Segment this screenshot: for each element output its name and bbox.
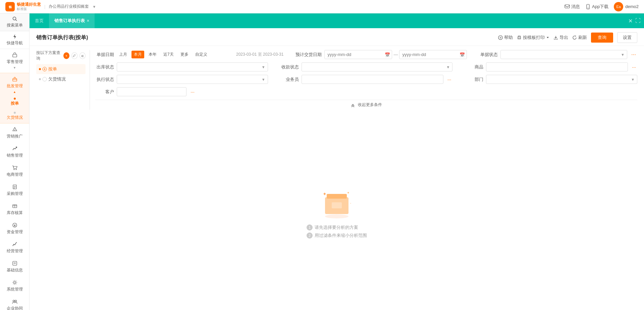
product-input[interactable] — [486, 62, 628, 71]
sidebar-item-basic-info[interactable]: 基础信息 — [0, 257, 29, 276]
department-select[interactable] — [486, 75, 637, 84]
operations-label: 经营管理 — [7, 248, 23, 254]
add-scheme-btn[interactable]: + — [63, 52, 69, 59]
refresh-button[interactable]: 刷新 — [572, 35, 587, 41]
collapse-bar[interactable]: 收起更多条件 — [95, 100, 637, 110]
lightning-icon — [12, 34, 17, 39]
forecast-date-from[interactable] — [324, 50, 392, 59]
header-left: 畅 畅捷通好生意 标准版 | 办公用品行业模拟账套 ▼ — [5, 2, 96, 11]
customer-input[interactable] — [117, 87, 186, 96]
edit-scheme-btn[interactable] — [71, 52, 77, 59]
date-btn-year[interactable]: 本年 — [146, 51, 159, 58]
sidebar-item-marketing[interactable]: 营销推广 — [0, 123, 29, 143]
page-actions: ? 帮助 按模板打印 — [498, 32, 637, 43]
sidebar-item-quick-nav[interactable]: 快捷导航 — [0, 31, 29, 49]
tab-close-btn[interactable]: × — [87, 18, 89, 23]
date-btn-current-month[interactable]: 本月 — [131, 51, 144, 58]
date-btn-more[interactable]: 更多 — [178, 51, 191, 58]
ecommerce-icon — [12, 165, 17, 170]
export-button[interactable]: 导出 — [553, 35, 568, 41]
refresh-label: 刷新 — [578, 35, 587, 41]
sidebar-item-ecommerce[interactable]: 电商管理 — [0, 162, 29, 181]
forecast-date-range: 📅 — 📅 — [324, 50, 467, 59]
sub-order-dot — [14, 98, 16, 100]
query-button[interactable]: 查询 — [591, 33, 613, 43]
page-title: 销售订单执行表(按单) — [36, 34, 88, 41]
breadcrumb-dropdown[interactable]: ▼ — [92, 5, 96, 9]
user-avatar-text: Ea — [616, 5, 621, 9]
scheme-item-order[interactable]: 按单 — [36, 64, 86, 74]
user-menu[interactable]: Ea demo2 — [614, 2, 639, 11]
page-header: 销售订单执行表(按单) ? 帮助 — [30, 28, 644, 46]
user-avatar: Ea — [614, 2, 623, 11]
print-button[interactable]: 按模板打印 — [517, 35, 549, 41]
salesperson-more-dots[interactable]: ··· — [446, 77, 453, 82]
svg-rect-8 — [13, 54, 17, 57]
sales-label: 销售管理 — [7, 153, 23, 158]
delivery-select[interactable] — [117, 62, 268, 71]
wholesale-arrow: ▲ — [13, 90, 16, 94]
user-name: demo2 — [625, 4, 639, 9]
sidebar-item-retail[interactable]: 零售管理 ▼ — [0, 49, 29, 73]
sidebar-item-system[interactable]: 系统管理 — [0, 276, 29, 296]
svg-point-13 — [13, 169, 14, 170]
execution-select[interactable] — [117, 75, 268, 84]
status-label: 单据状态 — [479, 52, 498, 58]
sidebar-item-operations[interactable]: 经营管理 — [0, 238, 29, 257]
status-field: 单据状态 ▼ ⋯ — [479, 50, 637, 59]
sidebar-item-search-menu[interactable]: 搜索菜单 — [0, 13, 29, 31]
basic-info-icon — [12, 261, 17, 266]
system-label: 系统管理 — [7, 287, 23, 292]
tab-sales-order[interactable]: 销售订单执行表 × — [49, 13, 95, 28]
help-button[interactable]: ? 帮助 — [498, 35, 513, 41]
filter-sidebar: 按以下方案查询 + « — [36, 50, 90, 110]
app-download-label: App下载 — [592, 4, 608, 10]
svg-marker-44 — [575, 36, 576, 37]
product-more-dots[interactable]: ··· — [631, 64, 637, 70]
empty-hint-2-text: 用过滤条件来缩小分析范围 — [315, 232, 367, 239]
execution-select-wrapper: ▼ — [117, 75, 268, 84]
svg-point-27 — [14, 281, 16, 283]
date-btn-last-month[interactable]: 上月 — [117, 51, 129, 58]
settings-button[interactable]: 设置 — [617, 32, 637, 43]
empty-state: ✦ ✦ • 1 请先选择要分析的方案 2 用过滤条件来缩小分析范围 — [30, 114, 644, 310]
sidebar-item-collab[interactable]: 企业协同 — [0, 296, 29, 310]
empty-num-2: 2 — [307, 232, 313, 239]
date-range-text: 2023-03-01 至 2023-03-31 — [236, 52, 283, 57]
sidebar-sub-debt[interactable]: 欠货情况 — [0, 109, 29, 123]
date-btn-custom[interactable]: 自定义 — [193, 51, 210, 58]
empty-num-1: 1 — [307, 224, 313, 230]
tab-maximize-btn[interactable]: ⛶ — [635, 18, 641, 24]
status-select-wrapper: ▼ — [500, 50, 627, 59]
scheme-order-icon — [42, 67, 47, 71]
tab-home[interactable]: 首页 — [30, 13, 49, 28]
tab-close-window-btn[interactable]: ✕ — [628, 18, 633, 24]
forecast-date-to[interactable] — [399, 50, 467, 59]
operations-icon — [12, 242, 17, 247]
date-btn-7days[interactable]: 近7天 — [161, 51, 176, 58]
message-icon — [565, 4, 570, 9]
sidebar-item-finance[interactable]: ¥ 资金管理 — [0, 219, 29, 238]
scheme-item-debt[interactable]: 欠货情况 — [36, 74, 86, 84]
payment-select[interactable] — [302, 62, 453, 71]
sidebar-item-wholesale[interactable]: 批发管理 ▲ — [0, 73, 29, 95]
customer-more-dots[interactable]: ··· — [189, 89, 196, 95]
message-button[interactable]: 消息 — [565, 4, 580, 10]
svg-rect-51 — [327, 194, 347, 199]
collab-icon — [12, 299, 17, 304]
sidebar-item-inventory[interactable]: 库存核算 — [0, 200, 29, 219]
sidebar-item-sales[interactable]: 销售管理 — [0, 143, 29, 162]
salesperson-input[interactable] — [302, 75, 443, 84]
status-select[interactable] — [500, 50, 627, 59]
sidebar-item-purchase[interactable]: 采购管理 — [0, 181, 29, 200]
svg-rect-24 — [13, 261, 17, 265]
retail-label: 零售管理 — [7, 59, 23, 65]
customer-label: 客户 — [95, 89, 114, 95]
ecommerce-label: 电商管理 — [7, 172, 23, 177]
app-download-button[interactable]: App下载 — [585, 4, 608, 10]
collapse-sidebar-btn[interactable]: « — [79, 52, 86, 59]
app-name: 畅捷通好生意 — [17, 2, 41, 7]
filter-row-date: 单据日期 上月 本月 本年 近7天 更多 自定义 2023-03-01 至 20… — [95, 50, 637, 59]
inventory-icon — [12, 203, 17, 209]
sidebar-sub-order[interactable]: 按单 — [0, 95, 29, 109]
